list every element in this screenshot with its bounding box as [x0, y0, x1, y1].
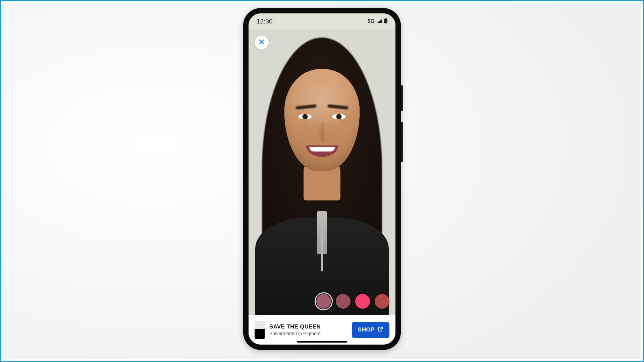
model-eye-left	[299, 114, 312, 119]
shop-button-label: SHOP	[358, 326, 375, 333]
phone-frame: 12:30 5G	[243, 8, 401, 350]
status-bar: 12:30 5G	[249, 13, 395, 29]
shade-swatch-row	[316, 294, 389, 309]
shade-swatch-4[interactable]	[375, 294, 389, 309]
shade-swatch-3[interactable]	[355, 294, 370, 309]
product-thumbnail	[255, 321, 265, 339]
tryon-camera-view	[249, 29, 395, 315]
shop-button[interactable]: SHOP	[352, 322, 389, 338]
model-mouth	[306, 145, 338, 157]
shade-swatch-2[interactable]	[336, 294, 351, 309]
shade-swatch-1[interactable]	[316, 294, 331, 309]
close-icon	[258, 39, 265, 47]
product-bar: SAVE THE QUEEN Powermatte Lip Pigment SH…	[249, 315, 395, 345]
product-text: SAVE THE QUEEN Powermatte Lip Pigment	[269, 323, 347, 336]
product-subtitle: Powermatte Lip Pigment	[269, 331, 347, 336]
home-indicator[interactable]	[297, 341, 347, 343]
status-time: 12:30	[257, 18, 273, 25]
model-brow-right	[327, 104, 348, 110]
svg-rect-0	[385, 18, 387, 19]
presentation-stage: 12:30 5G	[0, 0, 644, 362]
battery-icon	[384, 18, 387, 25]
external-link-icon	[377, 326, 383, 334]
model-nose	[319, 123, 325, 143]
model-zipper	[321, 224, 323, 271]
svg-rect-1	[384, 19, 387, 23]
product-name: SAVE THE QUEEN	[269, 323, 347, 330]
model-eye-right	[332, 114, 346, 119]
signal-icon	[377, 18, 382, 24]
close-button[interactable]	[255, 36, 269, 50]
model-brow-left	[296, 104, 317, 110]
phone-screen: 12:30 5G	[249, 13, 395, 345]
status-right: 5G	[368, 18, 387, 25]
network-label: 5G	[368, 18, 375, 24]
